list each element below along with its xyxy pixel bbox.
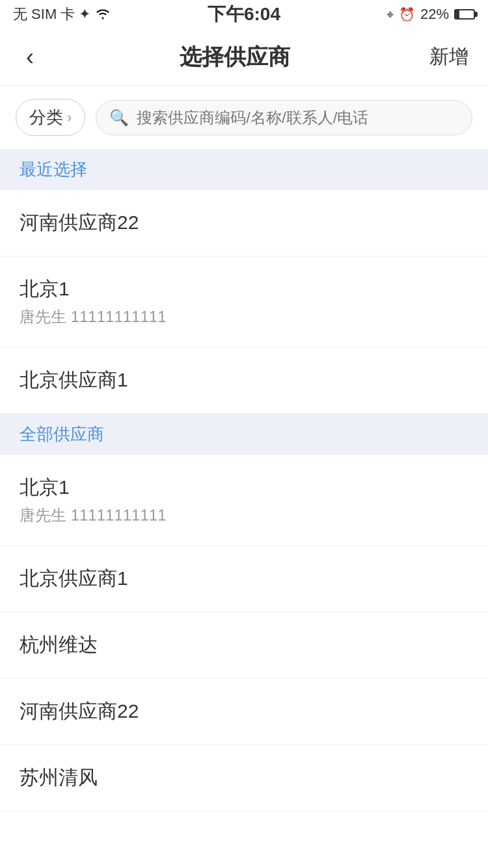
no-sim-text: 无 SIM 卡 ✦ <box>13 5 90 24</box>
item-sub: 唐先生 11111111111 <box>20 505 468 526</box>
list-item[interactable]: 河南供应商22 <box>0 190 488 256</box>
all-section-header: 全部供应商 <box>0 414 488 455</box>
search-icon: 🔍 <box>109 109 129 127</box>
category-filter-button[interactable]: 分类 › <box>16 99 85 136</box>
status-time: 下午6:04 <box>208 2 280 27</box>
item-name: 北京1 <box>20 474 468 501</box>
list-item[interactable]: 杭州维达 <box>0 612 488 679</box>
wifi-icon <box>96 5 110 23</box>
item-name: 河南供应商22 <box>20 698 468 725</box>
list-item[interactable]: 北京供应商1 <box>0 546 488 612</box>
list-item[interactable]: 北京1唐先生 11111111111 <box>0 455 488 546</box>
item-name: 北京1 <box>20 276 468 303</box>
item-name: 北京供应商1 <box>20 367 468 394</box>
item-name: 杭州维达 <box>20 632 468 658</box>
item-name: 北京供应商1 <box>20 565 468 592</box>
back-button[interactable]: ‹ <box>20 37 40 77</box>
location-icon: ⌖ <box>386 7 394 22</box>
filter-bar: 分类 › 🔍 <box>0 86 488 149</box>
recent-items-list: 河南供应商22北京1唐先生 11111111111北京供应商1 <box>0 190 488 414</box>
battery-icon <box>454 9 475 20</box>
alarm-icon: ⏰ <box>399 7 415 22</box>
status-left: 无 SIM 卡 ✦ <box>13 5 110 24</box>
list-item[interactable]: 苏州清风 <box>0 745 488 811</box>
recent-section-header: 最近选择 <box>0 149 488 190</box>
category-label: 分类 <box>29 106 63 129</box>
status-bar: 无 SIM 卡 ✦ 下午6:04 ⌖ ⏰ 22% <box>0 0 488 29</box>
chevron-right-icon: › <box>67 109 72 126</box>
item-name: 河南供应商22 <box>20 210 468 236</box>
nav-bar: ‹ 选择供应商 新增 <box>0 29 488 86</box>
list-item[interactable]: 河南供应商22 <box>0 679 488 745</box>
recent-section-label: 最近选择 <box>20 159 87 179</box>
list-item[interactable]: 北京1唐先生 11111111111 <box>0 256 488 347</box>
item-name: 苏州清风 <box>20 765 468 791</box>
search-box: 🔍 <box>96 100 472 135</box>
add-button[interactable]: 新增 <box>429 44 468 70</box>
battery-text: 22% <box>420 6 449 23</box>
status-right: ⌖ ⏰ 22% <box>386 6 475 23</box>
page-title: 选择供应商 <box>180 42 290 72</box>
all-section-label: 全部供应商 <box>20 424 104 444</box>
item-sub: 唐先生 11111111111 <box>20 306 468 327</box>
list-item[interactable]: 北京供应商1 <box>0 347 488 414</box>
search-input[interactable] <box>137 109 459 127</box>
all-items-list: 北京1唐先生 11111111111北京供应商1杭州维达河南供应商22苏州清风 <box>0 455 488 811</box>
